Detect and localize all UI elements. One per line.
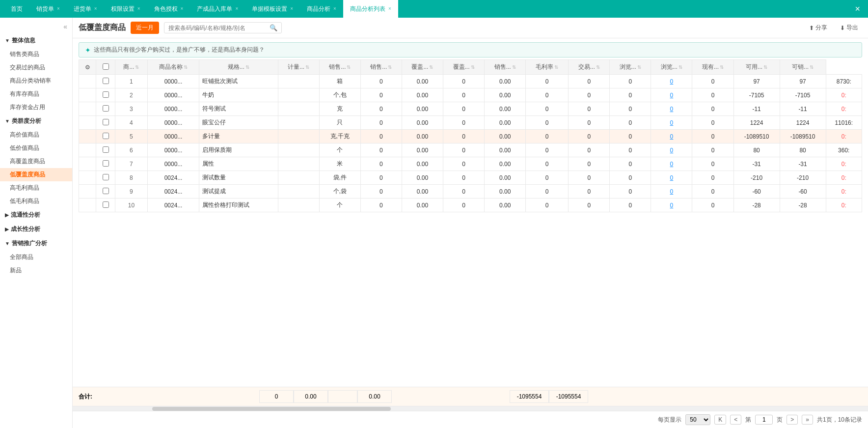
cell-browse1[interactable]: 0 [651,199,692,212]
sidebar-item-high-value[interactable]: 高价值商品 [0,128,72,142]
cell-browse1[interactable]: 0 [651,157,692,171]
page-next-btn[interactable]: > [787,415,798,425]
col-saleable[interactable]: 可销...⇅ [780,60,826,75]
nav-close-all[interactable]: × [851,4,864,14]
nav-purchase[interactable]: 进货单 × [67,0,104,18]
row-checkbox[interactable] [103,78,109,84]
col-available[interactable]: 可用...⇅ [733,60,780,75]
nav-analysis[interactable]: 商品分析 × [300,0,343,18]
cell-checkbox[interactable] [96,157,115,171]
sidebar-item-sales-goods[interactable]: 销售类商品 [0,48,72,61]
cell-checkbox[interactable] [96,130,115,143]
sidebar-item-all-goods[interactable]: 全部商品 [0,251,72,264]
share-button[interactable]: ⬆ 分享 [805,22,831,33]
nav-roles-close[interactable]: × [181,0,184,18]
page-last-btn[interactable]: » [802,415,813,425]
cell-browse1[interactable]: 0 [651,143,692,157]
sidebar-item-traded-goods[interactable]: 交易过的商品 [0,61,72,74]
col-code[interactable]: 商...⇅ [115,60,147,75]
sidebar-collapse-btn[interactable]: « [0,20,72,33]
cell-checkbox[interactable] [96,171,115,185]
nav-roles[interactable]: 角色授权 × [147,0,190,18]
col-sales-qty[interactable]: 销售...⇅ [319,60,360,75]
col-trade[interactable]: 交易...⇅ [569,60,610,75]
col-spec[interactable]: 规格...⇅ [199,60,278,75]
sidebar-item-stock-funds[interactable]: 库存资金占用 [0,101,72,114]
export-button[interactable]: ⬇ 导出 [836,22,862,33]
select-all-checkbox[interactable] [103,63,109,70]
nav-analysis-list-close[interactable]: × [388,0,391,18]
col-cov2[interactable]: 覆盖...⇅ [443,60,485,75]
sidebar-item-instock-goods[interactable]: 有库存商品 [0,87,72,101]
row-checkbox[interactable] [103,174,109,180]
cell-checkbox[interactable] [96,116,115,130]
scroll-thumb[interactable] [152,407,391,411]
row-checkbox[interactable] [103,105,109,112]
cell-browse1[interactable]: 0 [651,116,692,130]
row-checkbox[interactable] [103,133,109,139]
col-browse1[interactable]: 浏览...⇅ [610,60,651,75]
sidebar-item-low-coverage[interactable]: 低覆盖度商品 [0,168,72,181]
col-cov1[interactable]: 覆盖...⇅ [402,60,443,75]
nav-permissions-close[interactable]: × [137,0,140,18]
sidebar-section-liquidity[interactable]: ▶ 流通性分析 [0,208,72,222]
page-prev-btn[interactable]: < [730,415,741,425]
nav-analysis-list[interactable]: 商品分析列表 × [343,0,398,18]
search-input[interactable] [168,25,268,31]
nav-finished[interactable]: 产成品入库单 × [190,0,245,18]
col-gross[interactable]: 毛利率⇅ [526,60,569,75]
cell-checkbox[interactable] [96,102,115,116]
nav-sales-close[interactable]: × [57,0,60,18]
cell-settings [79,130,96,143]
cell-checkbox[interactable] [96,143,115,157]
sidebar-section-cluster[interactable]: ▼ 类群度分析 [0,114,72,128]
nav-template-close[interactable]: × [290,0,293,18]
settings-icon[interactable]: ⚙ [85,64,90,71]
row-checkbox[interactable] [103,201,109,208]
cell-browse1[interactable]: 0 [651,185,692,199]
nav-template[interactable]: 单据模板设置 × [245,0,300,18]
col-current[interactable]: 现有...⇅ [692,60,733,75]
col-browse2[interactable]: 浏览...⇅ [651,60,692,75]
row-checkbox[interactable] [103,119,109,125]
col-settings[interactable]: ⚙ [79,60,96,75]
search-icon[interactable]: 🔍 [270,24,277,31]
page-number-input[interactable] [755,415,773,425]
page-first-btn[interactable]: K [714,415,726,425]
cell-browse1[interactable]: 0 [651,130,692,143]
page-size-select[interactable]: 50 100 200 [685,414,710,425]
time-filter-recent-month[interactable]: 近一月 [131,22,159,34]
sidebar-item-high-margin[interactable]: 高毛利商品 [0,181,72,195]
horizontal-scrollbar[interactable] [73,406,868,411]
sidebar-section-marketing[interactable]: ▼ 营销推广分析 [0,236,72,251]
row-checkbox[interactable] [103,146,109,153]
nav-home[interactable]: 首页 [4,0,29,18]
cell-checkbox[interactable] [96,199,115,212]
sidebar-item-category-rate[interactable]: 商品分类动销率 [0,74,72,87]
cell-checkbox[interactable] [96,185,115,199]
row-checkbox[interactable] [103,188,109,194]
sidebar-item-new-goods[interactable]: 新品 [0,264,72,277]
row-checkbox[interactable] [103,91,109,98]
cell-browse1[interactable]: 0 [651,75,692,88]
col-sales-amt[interactable]: 销售...⇅ [360,60,402,75]
col-unit[interactable]: 计量...⇅ [278,60,319,75]
row-checkbox[interactable] [103,160,109,167]
cell-browse1[interactable]: 0 [651,102,692,116]
nav-purchase-close[interactable]: × [94,0,97,18]
nav-sales[interactable]: 销货单 × [29,0,67,18]
sidebar-item-high-coverage[interactable]: 高覆盖度商品 [0,155,72,168]
cell-checkbox[interactable] [96,75,115,88]
nav-finished-close[interactable]: × [235,0,238,18]
sidebar-item-low-margin[interactable]: 低毛利商品 [0,195,72,208]
sidebar-section-growth[interactable]: ▶ 成长性分析 [0,222,72,236]
sidebar-item-low-value[interactable]: 低价值商品 [0,142,72,155]
nav-permissions[interactable]: 权限设置 × [104,0,147,18]
col-name[interactable]: 商品名称⇅ [148,60,199,75]
cell-browse1[interactable]: 0 [651,171,692,185]
cell-checkbox[interactable] [96,88,115,102]
col-sales3[interactable]: 销售...⇅ [485,60,526,75]
sidebar-section-overall[interactable]: ▼ 整体信息 [0,33,72,48]
cell-browse1[interactable]: 0 [651,88,692,102]
nav-analysis-close[interactable]: × [333,0,336,18]
